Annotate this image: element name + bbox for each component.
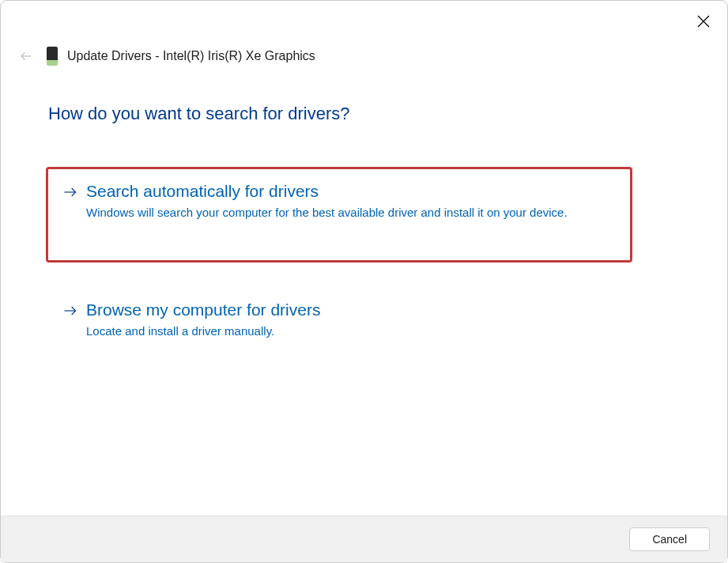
arrow-right-icon bbox=[62, 184, 78, 204]
device-icon bbox=[47, 47, 58, 66]
option-title: Browse my computer for drivers bbox=[86, 300, 666, 319]
option-search-auto[interactable]: Search automatically for drivers Windows… bbox=[46, 167, 632, 263]
dialog-title: Update Drivers - Intel(R) Iris(R) Xe Gra… bbox=[67, 49, 315, 63]
option-description: Windows will search your computer for th… bbox=[86, 204, 576, 222]
option-text: Browse my computer for drivers Locate an… bbox=[86, 300, 666, 341]
option-browse-manual[interactable]: Browse my computer for drivers Locate an… bbox=[48, 288, 680, 360]
arrow-right-icon bbox=[62, 303, 78, 323]
option-text: Search automatically for drivers Windows… bbox=[86, 182, 616, 222]
update-drivers-dialog: Update Drivers - Intel(R) Iris(R) Xe Gra… bbox=[0, 0, 728, 563]
dialog-header: Update Drivers - Intel(R) Iris(R) Xe Gra… bbox=[1, 1, 727, 66]
option-description: Locate and install a driver manually. bbox=[86, 323, 576, 341]
cancel-button[interactable]: Cancel bbox=[629, 527, 710, 551]
question-heading: How do you want to search for drivers? bbox=[48, 104, 680, 124]
option-title: Search automatically for drivers bbox=[86, 182, 616, 201]
back-arrow-icon bbox=[19, 49, 33, 63]
close-icon bbox=[697, 15, 710, 28]
dialog-title-row: Update Drivers - Intel(R) Iris(R) Xe Gra… bbox=[47, 47, 315, 66]
close-button[interactable] bbox=[692, 10, 715, 32]
back-button bbox=[18, 48, 34, 64]
dialog-footer: Cancel bbox=[1, 516, 727, 562]
dialog-content: How do you want to search for drivers? S… bbox=[1, 66, 727, 516]
